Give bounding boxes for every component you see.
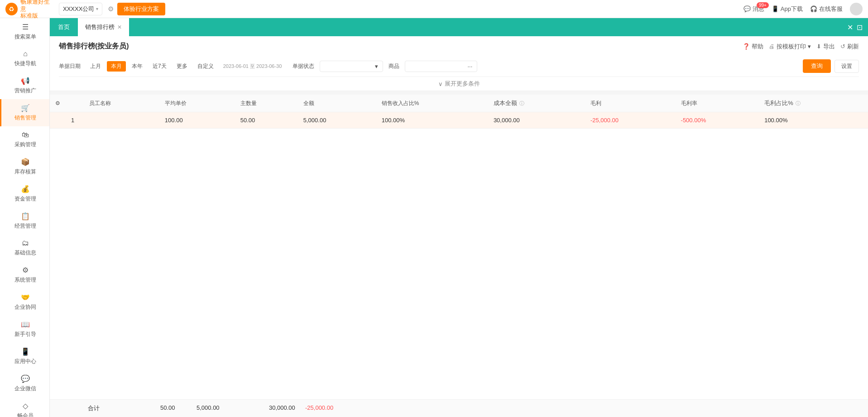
handshake-icon: 🤝 bbox=[21, 293, 30, 302]
date-tab-this-year[interactable]: 本年 bbox=[128, 61, 147, 72]
col-cost-amount: 成本全额 ⓘ bbox=[488, 95, 585, 112]
date-tab-last-month[interactable]: 上月 bbox=[86, 61, 105, 72]
date-tab-this-month[interactable]: 本月 bbox=[107, 61, 126, 72]
refresh-button[interactable]: ↺ 刷新 bbox=[840, 43, 859, 51]
status-chevron-icon: ▾ bbox=[375, 63, 378, 70]
help-icon: ❓ bbox=[743, 43, 750, 50]
sidebar-item-appcenter[interactable]: 📱 应用中心 bbox=[0, 343, 49, 370]
tab-home[interactable]: 首页 bbox=[50, 18, 78, 36]
sidebar-item-system[interactable]: ⚙ 系统管理 bbox=[0, 261, 49, 288]
cell-rank: 1 bbox=[66, 112, 84, 129]
footer-gross: -25,000.00 bbox=[305, 404, 333, 411]
page-title: 销售排行榜(按业务员) bbox=[59, 42, 129, 51]
sidebar-item-purchase[interactable]: 🛍 采购管理 bbox=[0, 126, 49, 153]
chevron-down-icon: ▾ bbox=[96, 6, 98, 11]
date-tab-more[interactable]: 更多 bbox=[173, 61, 192, 72]
date-filter-label: 单据日期 bbox=[59, 62, 81, 70]
sidebar-item-guide[interactable]: 📖 新手引导 bbox=[0, 316, 49, 343]
logo-icon: ♻ bbox=[5, 3, 18, 15]
col-settings[interactable]: ⚙ bbox=[50, 95, 66, 112]
topbar: ♻ 畅康通好生意 标准版 XXXXX公司 ▾ ⚙ 体验行业方案 💬 消息 99+… bbox=[0, 0, 868, 18]
col-gross-pct: 毛利占比% ⓘ bbox=[759, 95, 868, 112]
table-row: 1100.0050.005,000.00100.00%30,000.00-25,… bbox=[50, 112, 868, 129]
date-tab-7days[interactable]: 近7天 bbox=[149, 61, 171, 72]
setting-button[interactable]: 设置 bbox=[834, 60, 859, 73]
logo: ♻ 畅康通好生意 标准版 bbox=[5, 0, 55, 19]
data-table: ⚙ 员工名称 平均单价 主数量 全额 销售收入占比% 成本全额 ⓘ 毛利 bbox=[50, 95, 868, 129]
sidebar-item-wechat[interactable]: 💬 企业微信 bbox=[0, 370, 49, 397]
template-print-button[interactable]: 🖨 按模板打印 ▾ bbox=[769, 43, 811, 51]
sidebar-item-sales[interactable]: 🛒 销售管理 bbox=[0, 99, 49, 126]
message-button[interactable]: 💬 消息 99+ bbox=[743, 5, 764, 13]
col-employee-name: 员工名称 bbox=[84, 95, 159, 112]
date-range-display: 2023-06-01 至 2023-06-30 bbox=[223, 63, 282, 70]
page-header: 销售排行榜(按业务员) ❓ 帮助 🖨 按模板打印 ▾ ⬇ bbox=[50, 36, 868, 91]
tab-close-icon[interactable]: ✕ bbox=[117, 24, 122, 30]
wechat-icon: 💬 bbox=[21, 374, 30, 383]
message-icon: 💬 bbox=[743, 5, 751, 12]
sidebar-item-operations[interactable]: 📋 经营管理 bbox=[0, 207, 49, 235]
print-icon: 🖨 bbox=[769, 43, 775, 50]
phone-icon: 📱 bbox=[772, 5, 779, 12]
sidebar-item-search-order[interactable]: ☰ 搜索菜单 bbox=[0, 18, 49, 45]
trial-button[interactable]: 体验行业方案 bbox=[117, 3, 165, 15]
table-header-row: ⚙ 员工名称 平均单价 主数量 全额 销售收入占比% 成本全额 ⓘ 毛利 bbox=[50, 95, 868, 112]
folder-icon: 🗂 bbox=[22, 239, 29, 247]
help-button[interactable]: ❓ 帮助 bbox=[743, 43, 763, 51]
logo-text: 畅康通好生意 标准版 bbox=[20, 0, 55, 19]
message-badge: 99+ bbox=[757, 2, 769, 8]
col-gross: 毛利 bbox=[585, 95, 676, 112]
cell-gross: -25,000.00 bbox=[585, 112, 676, 129]
topbar-right: 💬 消息 99+ 📱 App下载 🎧 在线客服 bbox=[743, 3, 863, 15]
chevron-down-icon: ∨ bbox=[438, 81, 443, 87]
footer-main-qty: 50.00 bbox=[160, 404, 175, 411]
col-amount: 全额 bbox=[298, 95, 376, 112]
goods-filter-input[interactable]: ··· bbox=[405, 61, 477, 72]
headset-icon: 🎧 bbox=[810, 5, 817, 12]
sidebar-item-marketing[interactable]: 📢 营销推广 bbox=[0, 72, 49, 99]
gross-pct-info-icon[interactable]: ⓘ bbox=[796, 101, 801, 106]
cost-info-icon[interactable]: ⓘ bbox=[519, 101, 524, 106]
cell-gross-pct: 100.00% bbox=[759, 112, 868, 129]
book-icon: 📖 bbox=[21, 320, 30, 329]
cell-avg-price: 100.00 bbox=[159, 112, 235, 129]
footer-amount: 5,000.00 bbox=[197, 404, 220, 411]
main-layout: ☰ 搜索菜单 ⌂ 快捷导航 📢 营销推广 🛒 销售管理 🛍 采购管理 📦 库存核… bbox=[0, 18, 868, 417]
export-button[interactable]: ⬇ 导出 bbox=[816, 43, 835, 51]
goods-filter-label: 商品 bbox=[388, 62, 399, 70]
tab-bar: 首页 销售排行榜 ✕ ✕ ⊡ bbox=[50, 18, 868, 36]
company-selector[interactable]: XXXXX公司 ▾ bbox=[59, 3, 102, 15]
sidebar-item-enterprise[interactable]: 🤝 企业协同 bbox=[0, 288, 49, 316]
cell-amount: 5,000.00 bbox=[298, 112, 376, 129]
tab-minimize-icon[interactable]: ✕ bbox=[847, 23, 853, 32]
col-rank bbox=[66, 95, 84, 112]
cell-main-qty: 50.00 bbox=[235, 112, 298, 129]
expand-conditions-button[interactable]: ∨ 展开更多条件 bbox=[59, 77, 859, 91]
sidebar-item-quick-nav[interactable]: ⌂ 快捷导航 bbox=[0, 45, 49, 72]
sidebar-item-inventory[interactable]: 📦 库存核算 bbox=[0, 153, 49, 180]
table-footer: 合计 50.00 5,000.00 30,000.00 -25,000.00 bbox=[50, 399, 868, 417]
status-filter-select[interactable]: ▾ bbox=[320, 61, 383, 72]
col-main-qty: 主数量 bbox=[235, 95, 298, 112]
cell-settings bbox=[50, 112, 66, 129]
sidebar-item-basicinfo[interactable]: 🗂 基础信息 bbox=[0, 235, 49, 261]
sidebar-item-finance[interactable]: 💰 资金管理 bbox=[0, 180, 49, 207]
goods-more-icon: ··· bbox=[468, 63, 473, 70]
search-icon: ☰ bbox=[22, 23, 29, 31]
footer-total-label: 合计 bbox=[88, 405, 100, 412]
cell-cost-amount: 30,000.00 bbox=[488, 112, 585, 129]
sidebar-item-member[interactable]: ◇ 畅会员 bbox=[0, 397, 49, 417]
tab-maximize-icon[interactable]: ⊡ bbox=[857, 23, 863, 32]
avatar[interactable] bbox=[850, 3, 863, 15]
cell-sales-pct: 100.00% bbox=[376, 112, 488, 129]
app-download-button[interactable]: 📱 App下载 bbox=[772, 5, 803, 13]
settings-icon[interactable]: ⚙ bbox=[108, 5, 114, 13]
diamond-icon: ◇ bbox=[23, 402, 28, 410]
online-service-button[interactable]: 🎧 在线客服 bbox=[810, 5, 843, 13]
date-tab-custom[interactable]: 自定义 bbox=[193, 61, 218, 72]
cell-name bbox=[84, 112, 159, 129]
query-button[interactable]: 查询 bbox=[803, 59, 831, 73]
tab-sales-ranking[interactable]: 销售排行榜 ✕ bbox=[78, 18, 129, 36]
home-icon: ⌂ bbox=[23, 50, 28, 58]
content-area: 首页 销售排行榜 ✕ ✕ ⊡ 销售排行榜(按业务员) ❓ 帮助 bbox=[50, 18, 868, 417]
